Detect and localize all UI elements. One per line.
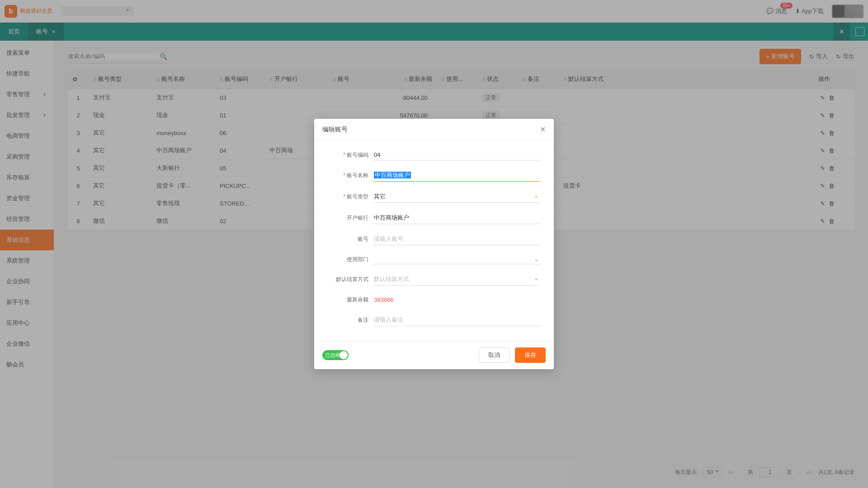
toggle-knob — [340, 351, 348, 359]
label-balance: 最新余额 — [347, 296, 368, 303]
label-dept: 使用部门 — [347, 256, 368, 263]
select-dept[interactable]: ⌄ — [373, 254, 540, 264]
label-name: 账号名称 — [347, 172, 368, 178]
cancel-button[interactable]: 取消 — [479, 347, 509, 363]
chevron-down-icon: ⌄ — [534, 192, 538, 199]
label-code: 账号编码 — [347, 152, 368, 158]
input-balance[interactable]: 383866 — [373, 295, 540, 305]
edit-account-modal: 编辑账号 ✕ *账号编码 04 *账号名称 中百商场账户 *账号类型 其它 ⌄ … — [314, 119, 554, 369]
balance-value: 383866 — [374, 296, 393, 303]
input-code[interactable]: 04 — [373, 150, 540, 160]
chevron-down-icon: ⌄ — [534, 256, 538, 263]
select-type-value: 其它 — [374, 192, 386, 201]
label-acct: 账号 — [358, 236, 368, 242]
input-acct[interactable]: 请输入账号 — [373, 233, 540, 245]
modal-close-icon[interactable]: ✕ — [540, 125, 546, 134]
label-type: 账号类型 — [347, 193, 368, 200]
select-type[interactable]: 其它 ⌄ — [373, 191, 540, 203]
label-bank: 开户银行 — [347, 215, 368, 221]
input-name[interactable]: 中百商场账户 — [373, 169, 540, 182]
label-remark: 备注 — [358, 317, 368, 323]
input-bank[interactable]: 中百商场账户 — [373, 212, 540, 224]
chevron-down-icon: ⌄ — [534, 275, 538, 282]
label-settle: 默认结算方式 — [336, 276, 368, 282]
input-name-value: 中百商场账户 — [374, 172, 411, 178]
modal-title: 编辑账号 — [322, 126, 348, 134]
toggle-label: 已启用 — [325, 352, 340, 359]
select-settle-ph: 默认结算方式 — [374, 275, 409, 283]
select-settle[interactable]: 默认结算方式 ⌄ — [373, 273, 540, 286]
save-button[interactable]: 保存 — [515, 347, 546, 363]
enabled-toggle[interactable]: 已启用 — [322, 350, 349, 360]
input-remark[interactable]: 请输入备注 — [373, 314, 540, 326]
